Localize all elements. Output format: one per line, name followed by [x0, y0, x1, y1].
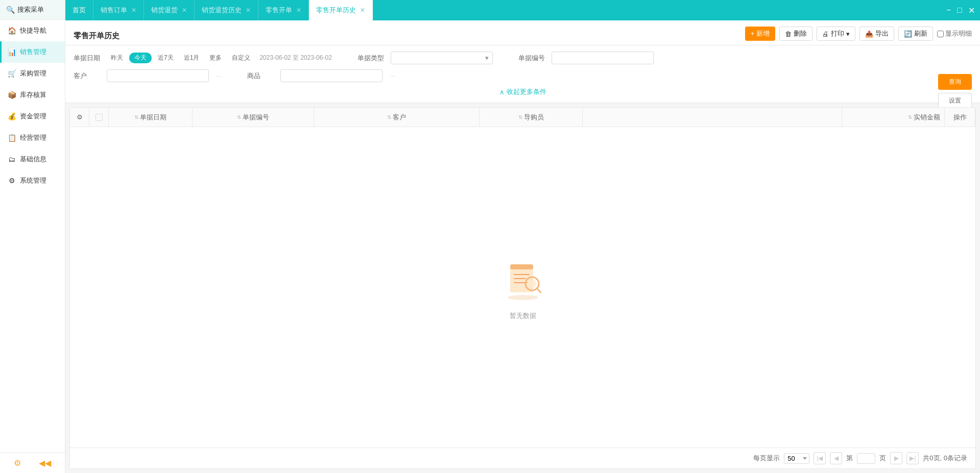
- sidebar-nav: 🏠 快捷导航 📊 销售管理 🛒 采购管理 📦 库存核算 💰 资金管理 📋 经营管…: [0, 20, 65, 453]
- print-label: 打印: [831, 29, 844, 38]
- th-customer-label: 客户: [393, 113, 406, 122]
- prev-page-btn[interactable]: ◀: [830, 452, 842, 464]
- svg-point-0: [508, 295, 538, 300]
- tab-retail-open[interactable]: 零售开单 ✕: [258, 0, 309, 20]
- sidebar-item-inventory[interactable]: 📦 库存核算: [0, 84, 65, 106]
- tab-sales-return-close[interactable]: ✕: [182, 7, 187, 14]
- print-dropdown-icon: ▾: [846, 30, 850, 38]
- collapse-chevron-icon: ∧: [499, 88, 505, 96]
- date-opt-today[interactable]: 今天: [129, 53, 152, 63]
- th-customer[interactable]: ⇅ 客户: [314, 108, 480, 127]
- page-label-post: 页: [879, 454, 886, 463]
- customer-dots: ···: [216, 72, 222, 80]
- filter-area: 单据日期 昨天 今天 近7天 近1月 更多 自定义 2023-06-02 至 2…: [65, 45, 980, 103]
- print-button[interactable]: 🖨 打印 ▾: [817, 27, 855, 41]
- select-all-checkbox[interactable]: [95, 114, 103, 121]
- add-button[interactable]: + 新增: [745, 27, 775, 41]
- finance-icon: 💰: [8, 112, 16, 120]
- th-guide[interactable]: ⇅ 导购员: [480, 108, 582, 127]
- tab-sales-return-history[interactable]: 销货退货历史 ✕: [195, 0, 258, 20]
- svg-line-8: [537, 288, 541, 292]
- collapse-btn[interactable]: ∧ 收起更多条件: [74, 87, 972, 96]
- basic-icon: 🗂: [8, 155, 16, 163]
- page-size-select[interactable]: 50 100 200: [784, 453, 809, 464]
- sidebar-item-quick-nav[interactable]: 🏠 快捷导航: [0, 20, 65, 41]
- purchase-icon: 🛒: [8, 69, 16, 78]
- th-number-label: 单据编号: [243, 113, 269, 122]
- sidebar-item-label: 快捷导航: [20, 26, 46, 35]
- settings-footer-btn[interactable]: ⚙: [14, 458, 21, 468]
- tab-sales-return[interactable]: 销货退货 ✕: [144, 0, 195, 20]
- last-page-btn[interactable]: ▶|: [906, 452, 919, 464]
- search-icon: 🔍: [6, 6, 14, 14]
- tab-sales-order[interactable]: 销售订单 ✕: [93, 0, 144, 20]
- export-icon: 📤: [865, 30, 873, 38]
- th-amount[interactable]: ⇅ 实销金额: [842, 108, 945, 127]
- tab-home-label: 首页: [73, 6, 86, 15]
- th-checkbox[interactable]: [89, 108, 109, 127]
- sidebar-item-sales[interactable]: 📊 销售管理: [0, 41, 65, 63]
- sidebar-item-system[interactable]: ⚙ 系统管理: [0, 170, 65, 191]
- refresh-icon: 🔄: [904, 30, 912, 38]
- display-columns-checkbox[interactable]: [937, 31, 944, 37]
- export-button[interactable]: 📤 导出: [859, 27, 894, 41]
- number-input[interactable]: [552, 52, 654, 64]
- first-page-btn[interactable]: |◀: [814, 452, 826, 464]
- type-filter-label: 单据类型: [357, 54, 386, 63]
- page-input[interactable]: 1: [857, 453, 875, 464]
- tab-retail-open-history-label: 零售开单历史: [316, 6, 356, 15]
- type-select[interactable]: [391, 52, 493, 64]
- sidebar-search[interactable]: 🔍 搜索采单: [0, 0, 65, 20]
- window-maximize-btn[interactable]: □: [957, 6, 962, 15]
- sidebar-item-basic[interactable]: 🗂 基础信息: [0, 148, 65, 170]
- sidebar-item-finance[interactable]: 💰 资金管理: [0, 106, 65, 127]
- display-columns-toggle[interactable]: 显示明细: [937, 29, 972, 38]
- date-opt-1month[interactable]: 近1月: [180, 53, 204, 63]
- th-settings[interactable]: ⚙: [70, 108, 89, 127]
- total-text: 共0页, 0条记录: [923, 454, 967, 463]
- tab-home[interactable]: 首页: [65, 0, 93, 20]
- tab-sales-return-label: 销货退货: [151, 6, 178, 15]
- refresh-label: 刷新: [914, 29, 927, 38]
- th-number[interactable]: ⇅ 单据编号: [193, 108, 314, 127]
- display-columns-label: 显示明细: [945, 29, 972, 38]
- tab-retail-open-history[interactable]: 零售开单历史 ✕: [309, 0, 373, 20]
- collapse-sidebar-btn[interactable]: ◀◀: [39, 458, 51, 468]
- date-opt-more[interactable]: 更多: [205, 53, 226, 63]
- th-guide-sort-icon: ⇅: [518, 114, 522, 120]
- next-page-btn[interactable]: ▶: [890, 452, 902, 464]
- export-label: 导出: [875, 29, 889, 38]
- delete-button[interactable]: 🗑 删除: [779, 27, 812, 41]
- date-range-display: 2023-06-02 至 2023-06-02: [259, 54, 331, 62]
- th-date-label: 单据日期: [140, 113, 166, 122]
- customer-filter-label: 客户: [74, 71, 102, 81]
- sidebar-item-purchase[interactable]: 🛒 采购管理: [0, 63, 65, 84]
- tab-retail-open-close[interactable]: ✕: [296, 7, 301, 14]
- tab-retail-open-history-close[interactable]: ✕: [360, 7, 365, 14]
- tab-sales-order-close[interactable]: ✕: [131, 7, 136, 14]
- th-date[interactable]: ⇅ 单据日期: [109, 108, 193, 127]
- customer-input[interactable]: [107, 69, 209, 82]
- window-minimize-btn[interactable]: −: [946, 6, 951, 15]
- tabs-bar: 首页 销售订单 ✕ 销货退货 ✕ 销货退货历史 ✕ 零售开单 ✕ 零售开单历史 …: [65, 0, 980, 20]
- refresh-button[interactable]: 🔄 刷新: [898, 27, 933, 41]
- sidebar-item-label: 采购管理: [20, 69, 46, 78]
- window-close-btn[interactable]: ✕: [968, 6, 975, 15]
- collapse-label: 收起更多条件: [507, 87, 546, 96]
- date-opt-yesterday[interactable]: 昨天: [107, 53, 127, 63]
- add-label: + 新增: [751, 29, 770, 38]
- query-button[interactable]: 查询: [938, 74, 972, 90]
- date-opt-custom[interactable]: 自定义: [228, 53, 254, 63]
- sidebar-item-label: 库存核算: [20, 90, 46, 99]
- empty-state: 暂无数据: [497, 254, 548, 320]
- tab-sales-return-history-close[interactable]: ✕: [246, 7, 251, 14]
- date-opt-7days[interactable]: 近7天: [154, 53, 178, 63]
- sidebar-item-label: 经营管理: [20, 133, 46, 142]
- settings-button[interactable]: 设置: [938, 93, 972, 109]
- sidebar-item-label: 资金管理: [20, 112, 46, 121]
- th-action-label: 操作: [953, 113, 967, 122]
- goods-input[interactable]: [280, 69, 383, 82]
- svg-rect-2: [510, 264, 533, 269]
- sidebar-item-operation[interactable]: 📋 经营管理: [0, 127, 65, 148]
- system-icon: ⚙: [8, 177, 16, 185]
